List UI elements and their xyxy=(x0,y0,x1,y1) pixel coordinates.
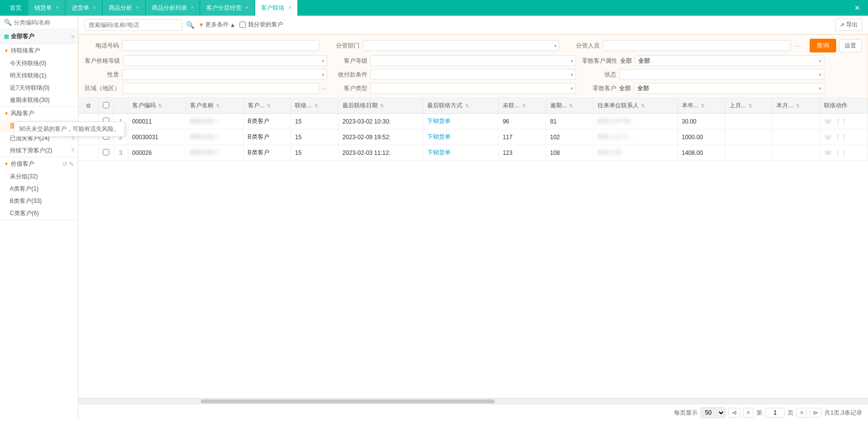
filter-region-input[interactable] xyxy=(123,83,319,94)
prev-page-btn[interactable]: < xyxy=(743,408,753,418)
sidebar-item-c-class[interactable]: C类客户(6) xyxy=(0,207,78,220)
first-page-btn[interactable]: ⊲ xyxy=(728,408,740,418)
nav-tab-kehu-liaison[interactable]: 客户联络 × xyxy=(255,0,297,16)
nav-tab-xiaohuo[interactable]: 销货单 × xyxy=(28,0,65,16)
last-page-btn[interactable]: ⊳ xyxy=(810,408,821,418)
filter-customer-level-select[interactable] xyxy=(370,55,576,66)
close-tab-kehu-fengceng[interactable]: × xyxy=(245,0,248,16)
scrollbar-thumb[interactable] xyxy=(201,399,495,403)
search-button[interactable]: 🔍 xyxy=(186,21,194,29)
row-checkbox[interactable] xyxy=(103,149,109,155)
sidebar-item-chixu-xiahua[interactable]: 持续下滑客户(2) ? xyxy=(0,145,78,157)
filter-status-select[interactable] xyxy=(619,69,824,80)
td-unit-contact: 联系人乙 3... xyxy=(593,129,677,145)
main-layout: 🔍 ⊞ 全部客户 « ▼ 待联络客户 今天待联络(0) 明天待联络(1) 近7天 xyxy=(0,16,868,421)
contact-icon[interactable]: ☏ xyxy=(824,118,832,125)
close-tab-shangpin-analysis[interactable]: × xyxy=(136,0,139,16)
td-last-contact-type[interactable]: 下销货单 xyxy=(423,145,499,161)
sort-icon[interactable]: ⇅ xyxy=(701,103,705,108)
sidebar-item-b-class[interactable]: B类客户(33) xyxy=(0,195,78,207)
per-page-select[interactable]: 50 20 100 xyxy=(700,407,725,418)
select-all-checkbox[interactable] xyxy=(103,102,109,108)
sidebar-collapse-btn[interactable]: « xyxy=(71,34,74,39)
sort-icon[interactable]: ⇅ xyxy=(380,103,384,108)
filter-scatter-attr-select[interactable]: 全部 xyxy=(635,55,824,66)
filter-scatter-customer-select[interactable]: 全部 xyxy=(634,83,824,94)
th-settings[interactable]: ⚙ xyxy=(78,98,98,114)
region-ellipsis-btn[interactable]: ··· xyxy=(322,84,328,92)
group-label: 风险客户 xyxy=(11,109,34,118)
sort-icon[interactable]: ⇅ xyxy=(465,103,469,108)
sidebar-group-jiazhi-header[interactable]: ▼ 价值客户 ↺ ✎ xyxy=(0,157,78,171)
sort-icon[interactable]: ⇅ xyxy=(796,103,800,108)
td-type: B类客户 xyxy=(243,129,291,145)
nav-home[interactable]: 首页 xyxy=(4,0,27,16)
filter-cell-scatter-customer: 零散客户 全部 全部 ▾ xyxy=(582,83,830,94)
close-tab-kehu-liaison[interactable]: × xyxy=(289,0,291,16)
sort-icon[interactable]: ⇅ xyxy=(314,103,318,108)
filter-nature-select[interactable] xyxy=(122,69,327,80)
sidebar-item-yuqi[interactable]: 逾期未联络(30) xyxy=(0,94,78,106)
more-icon[interactable]: ⋮⋮ xyxy=(835,133,847,141)
filter-department-select[interactable] xyxy=(362,40,560,51)
horizontal-scrollbar[interactable] xyxy=(78,398,868,404)
edit-icon[interactable]: ✎ xyxy=(69,161,74,168)
sort-icon[interactable]: ⇅ xyxy=(522,103,526,108)
td-last-contact-type[interactable]: 下销货单 xyxy=(423,129,499,145)
sort-icon[interactable]: ⇅ xyxy=(267,103,271,108)
sidebar-item-7tian[interactable]: 近7天待联络(0) xyxy=(0,82,78,94)
search-input[interactable] xyxy=(84,19,182,31)
query-button[interactable]: 查询 xyxy=(810,39,836,52)
sidebar-item-weifenzu[interactable]: 未分组(32) xyxy=(0,171,78,183)
scatter-attr-value: 全部 xyxy=(620,57,632,65)
sidebar-search-input[interactable] xyxy=(14,19,78,26)
refresh-icon[interactable]: ↺ xyxy=(62,161,67,168)
nav-tab-kehu-fengceng[interactable]: 客户分层经营 × xyxy=(200,0,254,16)
page-number-input[interactable] xyxy=(765,408,785,418)
help-icon[interactable]: ? xyxy=(71,148,74,153)
filter-status-wrap: ▾ xyxy=(619,69,824,80)
filter-person-input[interactable] xyxy=(603,40,791,51)
filter-phone-input[interactable] xyxy=(122,40,319,51)
close-tab-xiaohuo[interactable]: × xyxy=(56,0,59,16)
contact-icon[interactable]: ☏ xyxy=(824,149,832,156)
sort-icon[interactable]: ⇅ xyxy=(641,103,645,108)
table-row: 1 000011 顾客名称一 B类客户 15 2023-03-02 10:30:… xyxy=(78,114,868,129)
sidebar-item-jintian[interactable]: 今天待联络(0) xyxy=(0,57,78,70)
sidebar-group-fengxian-header[interactable]: ▼ 风险客户 xyxy=(0,107,78,120)
window-close-button[interactable]: ✕ xyxy=(850,4,864,12)
filter-payment-select[interactable] xyxy=(370,69,576,80)
close-tab-jinhuo[interactable]: × xyxy=(93,0,96,16)
group-label: 待联络客户 xyxy=(11,47,40,55)
ellipsis-btn[interactable]: ··· xyxy=(794,42,800,50)
nav-tab-shangpin-analysis[interactable]: 商品分析 × xyxy=(103,0,145,16)
sort-icon[interactable]: ⇅ xyxy=(569,103,573,108)
more-conditions-btn[interactable]: ▼ 更多条件 ▲ xyxy=(198,21,236,29)
sort-icon[interactable]: ⇅ xyxy=(748,103,752,108)
next-page-btn[interactable]: > xyxy=(796,408,807,418)
contact-icon[interactable]: ☏ xyxy=(824,133,832,141)
td-last-contact-type[interactable]: 下销货单 xyxy=(423,114,499,129)
more-icon[interactable]: ⋮⋮ xyxy=(835,118,847,125)
sidebar-item-mingtian[interactable]: 明天待联络(1) xyxy=(0,70,78,82)
filter-customer-type-select[interactable] xyxy=(370,83,576,94)
nav-tab-jinhuo[interactable]: 进货单 × xyxy=(66,0,102,16)
export-button[interactable]: ↗ 导出 xyxy=(835,19,862,31)
td-code: 000011 xyxy=(128,114,186,129)
td-unit-contact: 联系人丙 xyxy=(593,145,677,161)
td-action: ☏ ⋮⋮ xyxy=(820,129,868,145)
settings-button[interactable]: 设置 xyxy=(839,39,862,52)
sidebar-item-a-class[interactable]: A类客户(1) xyxy=(0,183,78,195)
all-customers-label: 全部客户 xyxy=(11,32,34,41)
close-tab-shangpin-list[interactable]: × xyxy=(191,0,194,16)
all-customers-header[interactable]: ⊞ 全部客户 « xyxy=(0,29,78,44)
filter-price-level-select[interactable] xyxy=(123,55,327,66)
sidebar-group-dailianluo-header[interactable]: ▼ 待联络客户 xyxy=(0,44,78,57)
sort-icon[interactable]: ⇅ xyxy=(216,103,220,108)
nav-tab-shangpin-list[interactable]: 商品分析列表 × xyxy=(146,0,200,16)
my-customers-checkbox-label[interactable]: 我分管的客户 xyxy=(240,21,283,29)
my-customers-checkbox[interactable] xyxy=(240,22,246,28)
action-icons: ☏ ⋮⋮ xyxy=(824,133,864,141)
sort-icon[interactable]: ⇅ xyxy=(158,103,162,108)
more-icon[interactable]: ⋮⋮ xyxy=(835,149,847,156)
